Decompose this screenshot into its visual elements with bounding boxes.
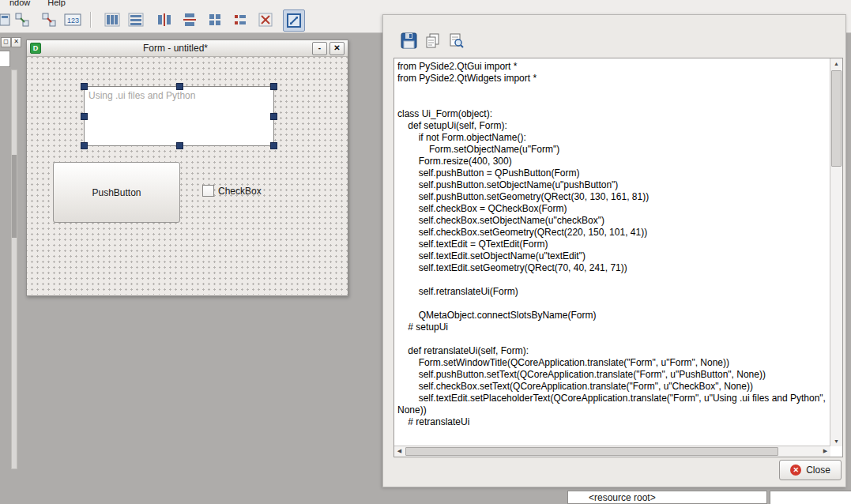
layout-vertical-icon[interactable] — [126, 10, 145, 29]
form-canvas[interactable]: Using .ui files and Python PushButton Ch… — [27, 57, 348, 295]
form-close-button[interactable]: ✕ — [329, 42, 345, 55]
edit-signals-slots-icon[interactable] — [13, 10, 32, 29]
pushbutton-widget[interactable]: PushButton — [53, 162, 180, 223]
form-editor-window: D Form - untitled* - ✕ Using .ui files a… — [26, 39, 348, 296]
layout-horizontal-icon[interactable] — [103, 10, 122, 29]
edit-buddies-icon[interactable] — [40, 10, 58, 29]
selection-handle[interactable] — [270, 142, 277, 149]
selection-handle[interactable] — [176, 142, 183, 149]
adjust-size-icon[interactable] — [283, 9, 305, 32]
textedit-widget-selected[interactable]: Using .ui files and Python — [84, 86, 274, 146]
dock-float-icon: ◻ — [3, 38, 9, 45]
generated-code[interactable]: from PySide2.QtGui import * from PySide2… — [397, 61, 827, 444]
dock-float-button[interactable]: ◻ — [1, 37, 11, 47]
layout-splitter-vertical-icon[interactable] — [180, 10, 199, 29]
vertical-scrollbar-thumb[interactable] — [831, 70, 842, 167]
layout-grid-icon[interactable] — [205, 10, 224, 29]
form-window-title: Form - untitled* — [41, 43, 310, 54]
checkbox-widget[interactable]: CheckBox — [202, 185, 262, 197]
scroll-up-icon[interactable]: ▲ — [830, 58, 842, 69]
checkbox-indicator[interactable] — [202, 185, 214, 197]
textedit-placeholder: Using .ui files and Python — [88, 90, 195, 101]
menu-window[interactable]: ndow — [8, 0, 32, 9]
widgetbox-scrollbar[interactable] — [11, 70, 17, 469]
form-titlebar[interactable]: D Form - untitled* - ✕ — [27, 40, 348, 57]
menu-help[interactable]: Help — [46, 0, 67, 9]
code-view[interactable]: from PySide2.QtGui import * from PySide2… — [393, 58, 843, 457]
edit-widgets-icon[interactable] — [0, 10, 13, 29]
resource-root-label: <resource root> — [589, 492, 656, 503]
selection-handle[interactable] — [176, 83, 183, 90]
break-layout-icon[interactable] — [256, 10, 275, 29]
dock-close-icon: ✕ — [13, 38, 19, 45]
edit-tab-order-icon[interactable]: 123 — [63, 10, 82, 29]
toolbar-separator — [90, 12, 92, 28]
copy-icon[interactable] — [423, 31, 442, 50]
resource-root-item[interactable]: <resource root> — [567, 491, 767, 504]
close-button-label: Close — [806, 465, 830, 476]
form-minimize-button[interactable]: - — [312, 42, 327, 55]
resource-side-panel — [770, 491, 851, 504]
layout-form-icon[interactable] — [231, 10, 250, 29]
scroll-down-icon[interactable]: ▼ — [830, 436, 842, 446]
close-icon: ✕ — [790, 465, 801, 476]
view-code-dialog: from PySide2.QtGui import * from PySide2… — [382, 14, 846, 487]
save-icon[interactable] — [399, 31, 418, 50]
textedit-widget[interactable]: Using .ui files and Python — [84, 86, 274, 146]
selection-handle[interactable] — [81, 113, 88, 120]
selection-handle[interactable] — [81, 142, 88, 149]
code-vertical-scrollbar[interactable]: ▲ ▼ — [830, 58, 842, 446]
widgetbox-filter-input[interactable] — [0, 51, 10, 67]
close-button[interactable]: ✕ Close — [779, 460, 842, 480]
dock-close-button[interactable]: ✕ — [11, 37, 21, 47]
selection-handle[interactable] — [270, 83, 277, 90]
menubar: ndow Help — [0, 0, 67, 9]
qt-designer-window: ndow Help 123 — [0, 0, 851, 504]
designer-form-icon: D — [30, 43, 41, 54]
widgetbox-scrollbar-thumb[interactable] — [12, 155, 17, 238]
code-horizontal-scrollbar[interactable]: ◀ ▶ — [394, 446, 830, 457]
scroll-left-icon[interactable]: ◀ — [394, 446, 405, 456]
find-icon[interactable] — [446, 31, 465, 50]
checkbox-label: CheckBox — [218, 186, 262, 197]
selection-handle[interactable] — [81, 83, 88, 90]
selection-handle[interactable] — [270, 113, 277, 120]
layout-splitter-horizontal-icon[interactable] — [155, 10, 174, 29]
horizontal-scrollbar-thumb[interactable] — [405, 447, 778, 456]
scroll-right-icon[interactable]: ▶ — [820, 446, 830, 456]
pushbutton-label: PushButton — [92, 187, 141, 198]
svg-text:123: 123 — [67, 17, 79, 24]
